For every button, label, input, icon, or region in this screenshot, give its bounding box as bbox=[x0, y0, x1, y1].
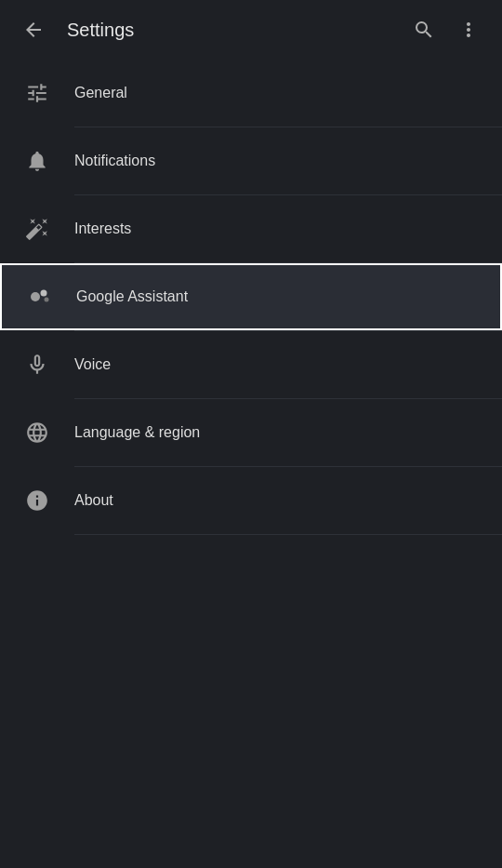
app-screen: Settings General bbox=[0, 0, 502, 535]
svg-point-1 bbox=[41, 290, 47, 297]
svg-point-2 bbox=[45, 298, 49, 302]
back-arrow-icon bbox=[22, 19, 45, 41]
divider-7 bbox=[74, 534, 502, 535]
header-actions bbox=[405, 11, 487, 48]
wand-icon bbox=[15, 217, 59, 241]
settings-item-google-assistant[interactable]: Google Assistant bbox=[0, 263, 502, 330]
search-button[interactable] bbox=[405, 11, 443, 48]
page-title: Settings bbox=[67, 20, 405, 41]
bell-icon bbox=[15, 149, 59, 173]
settings-item-notifications[interactable]: Notifications bbox=[0, 127, 502, 194]
settings-item-general[interactable]: General bbox=[0, 60, 502, 127]
mic-icon bbox=[15, 353, 59, 377]
general-label: General bbox=[74, 85, 127, 101]
settings-item-language-region[interactable]: Language & region bbox=[0, 399, 502, 466]
svg-point-0 bbox=[31, 292, 40, 301]
google-assistant-label: Google Assistant bbox=[76, 288, 188, 305]
header: Settings bbox=[0, 0, 502, 60]
sliders-icon bbox=[15, 81, 59, 105]
more-options-button[interactable] bbox=[450, 11, 487, 48]
back-button[interactable] bbox=[15, 11, 52, 48]
settings-item-voice[interactable]: Voice bbox=[0, 331, 502, 398]
google-assistant-icon bbox=[17, 284, 61, 310]
settings-list: General Notifications Interests bbox=[0, 60, 502, 535]
voice-label: Voice bbox=[74, 356, 111, 373]
search-icon bbox=[413, 19, 435, 41]
about-label: About bbox=[74, 492, 113, 509]
settings-item-interests[interactable]: Interests bbox=[0, 195, 502, 262]
settings-item-about[interactable]: About bbox=[0, 467, 502, 534]
globe-icon bbox=[15, 421, 59, 445]
notifications-label: Notifications bbox=[74, 153, 155, 169]
info-icon bbox=[15, 488, 59, 513]
language-region-label: Language & region bbox=[74, 424, 200, 441]
interests-label: Interests bbox=[74, 220, 131, 237]
more-vertical-icon bbox=[457, 19, 480, 41]
